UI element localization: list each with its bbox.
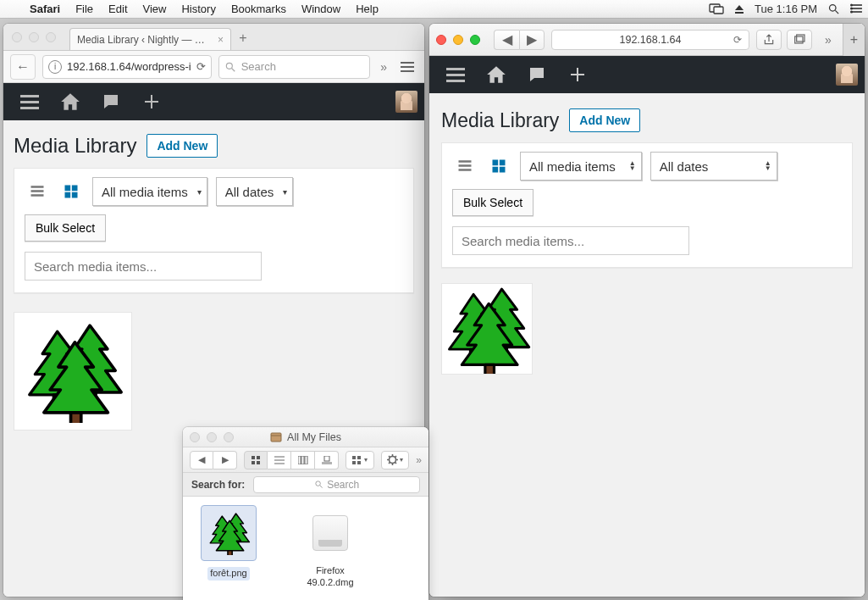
zoom-button[interactable] [224, 432, 234, 442]
back-button[interactable]: ← [10, 54, 36, 80]
view-icons-button[interactable] [244, 451, 268, 469]
svg-rect-30 [301, 456, 304, 464]
menu-history[interactable]: History [174, 0, 223, 19]
svg-rect-35 [352, 456, 356, 459]
wp-new-icon[interactable] [132, 92, 171, 112]
filter-media-type[interactable]: All media items▾ [92, 177, 207, 206]
window-controls[interactable] [190, 432, 234, 442]
view-grid-button[interactable] [58, 179, 84, 204]
view-columns-button[interactable] [291, 451, 315, 469]
menu-help[interactable]: Help [348, 0, 386, 19]
menu-file[interactable]: File [68, 0, 101, 19]
reload-icon[interactable]: ⟳ [733, 34, 742, 46]
menu-view[interactable]: View [135, 0, 174, 19]
notifications-icon[interactable] [850, 3, 863, 14]
media-search-input[interactable] [452, 226, 689, 255]
safari-window: ◀ ▶ 192.168.1.64 ⟳ » + Media Library Add… [429, 24, 865, 597]
view-coverflow-button[interactable] [315, 451, 339, 469]
wp-menu-toggle[interactable] [10, 95, 49, 109]
close-button[interactable] [12, 32, 22, 42]
minimize-button[interactable] [207, 432, 217, 442]
eject-icon[interactable] [734, 4, 744, 14]
site-info-icon[interactable]: i [48, 60, 62, 74]
address-bar[interactable]: 192.168.1.64 ⟳ [551, 30, 749, 50]
bulk-select-button[interactable]: Bulk Select [25, 214, 106, 242]
back-button[interactable]: ◀ [190, 451, 213, 469]
close-button[interactable] [436, 35, 446, 45]
screenshare-icon[interactable] [709, 3, 724, 14]
media-item[interactable] [14, 312, 132, 431]
toolbar-overflow[interactable]: » [377, 60, 390, 74]
firefox-menu-button[interactable] [397, 57, 417, 77]
firefox-tabbar: Media Library ‹ Nightly — Word… × + [3, 24, 424, 51]
spotlight-icon[interactable] [827, 3, 840, 15]
svg-rect-37 [352, 461, 356, 464]
window-controls[interactable] [12, 32, 56, 42]
wp-menu-toggle[interactable] [436, 68, 475, 82]
bulk-select-button[interactable]: Bulk Select [452, 189, 534, 216]
wp-comments-icon[interactable] [517, 64, 556, 85]
wp-user-avatar[interactable] [836, 64, 858, 86]
finder-search-input[interactable]: Search [253, 476, 420, 493]
file-name: forêt.png [207, 567, 249, 581]
wp-admin-bar [429, 56, 865, 93]
toolbar-overflow[interactable]: » [821, 33, 836, 47]
forward-button[interactable]: ▶ [519, 30, 545, 50]
apple-menu[interactable] [0, 0, 22, 19]
svg-rect-32 [324, 456, 329, 461]
wp-user-avatar[interactable] [395, 91, 417, 113]
svg-point-18 [850, 8, 853, 10]
file-item[interactable]: forêt.png [195, 505, 263, 600]
finder-titlebar[interactable]: All My Files [183, 427, 428, 447]
action-button[interactable]: ▾ [381, 451, 410, 469]
media-search-input[interactable] [25, 252, 262, 281]
zoom-button[interactable] [46, 32, 56, 42]
menu-bookmarks[interactable]: Bookmarks [224, 0, 294, 19]
file-item[interactable]: Firefox 49.0.2.dmg [296, 505, 364, 600]
safari-toolbar: ◀ ▶ 192.168.1.64 ⟳ » + [429, 24, 865, 56]
browser-tab[interactable]: Media Library ‹ Nightly — Word… × [69, 28, 231, 50]
app-menu[interactable]: Safari [22, 0, 68, 19]
show-tabs-button[interactable] [787, 30, 812, 50]
wp-new-icon[interactable] [558, 64, 597, 85]
toolbar-overflow[interactable]: » [416, 454, 422, 466]
new-tab-button[interactable]: + [843, 24, 865, 56]
minimize-button[interactable] [29, 32, 39, 42]
wp-home-icon[interactable] [477, 64, 516, 86]
share-button[interactable] [756, 30, 782, 50]
finder-window: All My Files ◀ ▶ ▾ ▾ » Search for: Searc… [183, 427, 428, 600]
new-tab-button[interactable]: + [233, 28, 253, 48]
view-list-button[interactable] [268, 451, 291, 469]
window-controls[interactable] [436, 35, 480, 45]
filter-date[interactable]: All dates▲▼ [650, 152, 777, 181]
wp-comments-icon[interactable] [91, 92, 130, 112]
svg-rect-23 [257, 456, 260, 459]
filter-date[interactable]: All dates▾ [216, 177, 294, 206]
menu-edit[interactable]: Edit [101, 0, 135, 19]
add-new-button[interactable]: Add New [569, 108, 640, 132]
forward-button[interactable]: ▶ [213, 451, 237, 469]
back-button[interactable]: ◀ [494, 30, 519, 50]
filter-media-type[interactable]: All media items▲▼ [520, 152, 642, 181]
svg-rect-13 [735, 12, 744, 14]
view-list-button[interactable] [25, 179, 50, 204]
address-bar[interactable]: i 192.168.1.64/wordpress-i ⟳ [42, 55, 212, 79]
zoom-button[interactable] [470, 35, 480, 45]
media-item[interactable] [441, 283, 533, 375]
updown-icon: ▲▼ [629, 161, 636, 171]
menubar-clock[interactable]: Tue 1:16 PM [755, 3, 817, 15]
add-new-button[interactable]: Add New [147, 134, 218, 158]
search-bar[interactable]: Search [218, 55, 371, 79]
reload-icon[interactable]: ⟳ [196, 60, 206, 73]
svg-rect-11 [714, 7, 723, 14]
nav-buttons: ◀ ▶ [190, 451, 237, 469]
arrange-button[interactable]: ▾ [346, 451, 374, 469]
menu-window[interactable]: Window [294, 0, 348, 19]
nav-buttons: ◀ ▶ [494, 30, 545, 50]
wp-home-icon[interactable] [51, 91, 90, 113]
view-list-button[interactable] [452, 153, 478, 179]
minimize-button[interactable] [453, 35, 463, 45]
close-button[interactable] [190, 432, 200, 442]
tab-close-icon[interactable]: × [218, 34, 224, 46]
view-grid-button[interactable] [486, 153, 511, 179]
